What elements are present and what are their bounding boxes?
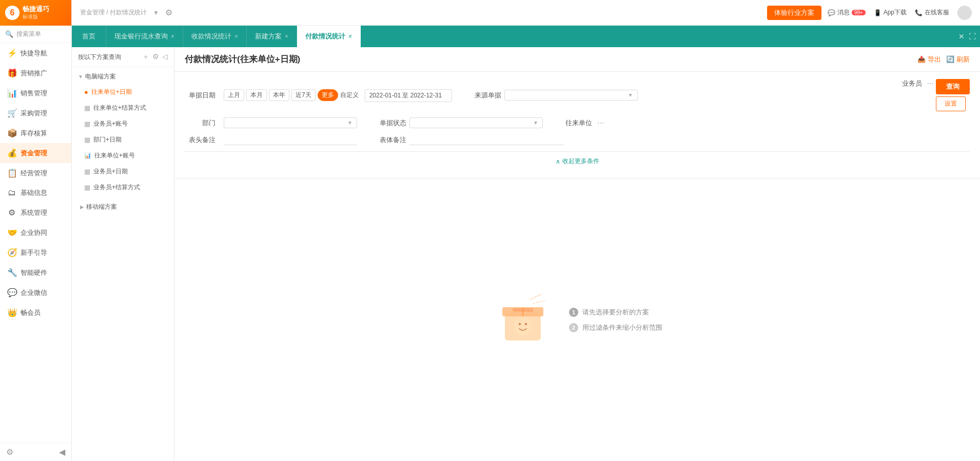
app-icon: 📱 bbox=[874, 9, 881, 16]
mobile-section-label: 移动端方案 bbox=[86, 203, 117, 211]
export-label: 导出 bbox=[928, 55, 941, 64]
tab-new-scheme[interactable]: 新建方案 × bbox=[247, 26, 297, 47]
scheme-dept-date[interactable]: ▦ 部门+日期 bbox=[72, 132, 174, 148]
tab-receipt-stat[interactable]: 收款情况统计 × bbox=[183, 26, 247, 47]
sidebar-item-label-wechat: 企业微信 bbox=[21, 288, 47, 297]
svg-rect-3 bbox=[513, 308, 533, 312]
left-panel-header: 按以下方案查询 ＋ ⚙ ◁ bbox=[72, 47, 174, 67]
sidebar-item-sales[interactable]: 📊销售管理 bbox=[0, 83, 71, 103]
sidebar-item-quick-nav[interactable]: ⚡快捷导航 bbox=[0, 43, 71, 63]
footer-settings-icon[interactable]: ⚙ bbox=[6, 447, 13, 457]
scheme-counterpart-settle[interactable]: ▦ 往来单位+结算方式 bbox=[72, 100, 174, 116]
sidebar-item-hardware[interactable]: 🔧智能硬件 bbox=[0, 263, 71, 283]
sidebar-item-finance[interactable]: 💰资金管理 bbox=[0, 143, 71, 163]
messages-action[interactable]: 💬 消息 99+ bbox=[828, 8, 866, 17]
scheme-counterpart-date-label: 往来单位+日期 bbox=[91, 88, 132, 96]
body-note-input[interactable] bbox=[409, 134, 563, 145]
shortcut-this-year[interactable]: 本年 bbox=[269, 89, 289, 101]
svg-line-7 bbox=[531, 294, 541, 299]
search-icon: 🔍 bbox=[5, 30, 13, 38]
svg-line-8 bbox=[533, 300, 546, 304]
source-select[interactable]: ▼ bbox=[504, 90, 638, 101]
status-select[interactable]: ▼ bbox=[409, 117, 543, 128]
desktop-section: ▼ 电脑端方案 ● 往来单位+日期 ▦ 往来单位+结算方式 ▦ 业务员+账号 ▦ bbox=[72, 67, 174, 197]
settings-button[interactable]: 设置 bbox=[936, 96, 966, 111]
refresh-button[interactable]: 🔄 刷新 bbox=[946, 55, 970, 64]
header-note-input[interactable] bbox=[224, 134, 357, 145]
date-range-value: 2022-01-01 至 2022-12-31 bbox=[369, 91, 442, 100]
sidebar-item-wechat[interactable]: 💬企业微信 bbox=[0, 283, 71, 303]
tab-bank-flow[interactable]: 现金银行流水查询 × bbox=[106, 26, 183, 47]
shortcut-last-month[interactable]: 上月 bbox=[224, 89, 244, 101]
empty-texts: 1 请先选择要分析的方案 2 用过滤条件来缩小分析范围 bbox=[569, 308, 662, 332]
user-avatar[interactable] bbox=[957, 6, 972, 20]
sidebar-item-guide[interactable]: 🧭新手引导 bbox=[0, 243, 71, 263]
add-scheme-icon[interactable]: ＋ bbox=[142, 52, 149, 62]
sidebar-item-label-member: 畅会员 bbox=[21, 308, 41, 317]
tab-receipt-stat-close[interactable]: × bbox=[234, 33, 238, 40]
trial-button[interactable]: 体验行业方案 bbox=[767, 6, 821, 20]
tab-payment-stat[interactable]: 付款情况统计 × bbox=[297, 26, 361, 47]
empty-step-1-text: 请先选择要分析的方案 bbox=[582, 308, 649, 317]
scheme-salesman-settle[interactable]: ▦ 业务员+结算方式 bbox=[72, 179, 174, 195]
filter-row-2: 部门 ▼ 单据状态 ▼ 往来单位 ··· bbox=[185, 117, 970, 128]
tab-expand-icon[interactable]: ⛶ bbox=[969, 32, 976, 41]
sidebar-item-inventory[interactable]: 📦库存核算 bbox=[0, 123, 71, 143]
sidebar-item-system[interactable]: ⚙系统管理 bbox=[0, 203, 71, 223]
sidebar-search[interactable]: 🔍 搜索菜单 bbox=[0, 26, 71, 43]
scheme-settings-icon[interactable]: ⚙ bbox=[152, 52, 159, 62]
dept-select[interactable]: ▼ bbox=[224, 117, 357, 128]
date-range-input[interactable]: 2022-01-01 至 2022-12-31 bbox=[365, 89, 452, 102]
desktop-section-label: 电脑端方案 bbox=[85, 72, 116, 81]
tab-new-scheme-close[interactable]: × bbox=[285, 33, 288, 40]
shortcut-this-month[interactable]: 本月 bbox=[246, 89, 267, 101]
tab-bank-flow-close[interactable]: × bbox=[171, 33, 174, 40]
sidebar-item-purchase[interactable]: 🛒采购管理 bbox=[0, 103, 71, 123]
query-button[interactable]: 查询 bbox=[936, 79, 970, 94]
scheme-salesman-date[interactable]: ▦ 业务员+日期 bbox=[72, 164, 174, 179]
tab-payment-stat-close[interactable]: × bbox=[348, 33, 352, 40]
scheme-counterpart-account[interactable]: 📊 往来单位+账号 bbox=[72, 148, 174, 164]
sidebar-item-basic[interactable]: 🗂基础信息 bbox=[0, 183, 71, 203]
left-panel-header-text: 按以下方案查询 bbox=[78, 53, 139, 62]
tab-close-all-icon[interactable]: ✕ bbox=[958, 32, 965, 41]
tab-bank-flow-label: 现金银行流水查询 bbox=[114, 32, 168, 41]
desktop-section-header[interactable]: ▼ 电脑端方案 bbox=[72, 69, 174, 84]
tab-home[interactable]: 首页 bbox=[72, 26, 106, 47]
svg-point-5 bbox=[519, 323, 521, 325]
status-label: 单据状态 bbox=[376, 118, 406, 128]
footer-collapse-icon[interactable]: ◀ bbox=[59, 447, 65, 457]
shortcut-last-7days[interactable]: 近7天 bbox=[291, 89, 316, 101]
sidebar-nav: ⚡快捷导航🎁营销推广📊销售管理🛒采购管理📦库存核算💰资金管理📋经营管理🗂基础信息… bbox=[0, 43, 71, 443]
sidebar-item-label-basic: 基础信息 bbox=[21, 188, 47, 197]
empty-step-1: 1 请先选择要分析的方案 bbox=[569, 308, 662, 317]
sidebar-item-marketing[interactable]: 🎁营销推广 bbox=[0, 63, 71, 83]
online-service-action[interactable]: 📞 在线客服 bbox=[915, 8, 949, 17]
dept-arrow: ▼ bbox=[347, 120, 352, 126]
scheme-counterpart-date[interactable]: ● 往来单位+日期 bbox=[72, 84, 174, 100]
logo-icon: 6 bbox=[5, 6, 19, 20]
empty-svg bbox=[492, 289, 554, 351]
mobile-section-header[interactable]: ▶ 移动端方案 bbox=[72, 199, 174, 214]
filter-btn-group: 查询 设置 bbox=[936, 79, 970, 111]
counterpart-dots[interactable]: ··· bbox=[597, 118, 604, 128]
sidebar-item-collab[interactable]: 🤝企业协同 bbox=[0, 223, 71, 243]
export-button[interactable]: 📤 导出 bbox=[917, 55, 941, 64]
sidebar-item-icon-quick-nav: ⚡ bbox=[7, 48, 16, 58]
step-num-1: 1 bbox=[569, 308, 578, 317]
panel-collapse-icon[interactable]: ◁ bbox=[162, 52, 168, 62]
sidebar-item-label-sales: 销售管理 bbox=[21, 89, 47, 98]
scheme-salesman-settle-label: 业务员+结算方式 bbox=[93, 183, 140, 192]
scheme-salesman-account[interactable]: ▦ 业务员+账号 bbox=[72, 116, 174, 132]
shortcut-more[interactable]: 更多 bbox=[318, 89, 338, 101]
salesman-label: 业务员 bbox=[891, 79, 922, 88]
salesman-dots[interactable]: ··· bbox=[927, 79, 934, 88]
counterpart-filter: 往来单位 ··· bbox=[561, 118, 604, 128]
collapse-bar[interactable]: ∧ 收起更多条件 bbox=[185, 151, 970, 171]
status-filter: 单据状态 ▼ bbox=[376, 117, 543, 128]
sidebar-item-operation[interactable]: 📋经营管理 bbox=[0, 163, 71, 183]
sidebar-item-member[interactable]: 👑畅会员 bbox=[0, 303, 71, 323]
left-panel-header-icons: ＋ ⚙ ◁ bbox=[142, 52, 168, 62]
app-download-action[interactable]: 📱 App下载 bbox=[874, 8, 907, 17]
topbar-settings-icon[interactable]: ⚙ bbox=[165, 8, 172, 17]
